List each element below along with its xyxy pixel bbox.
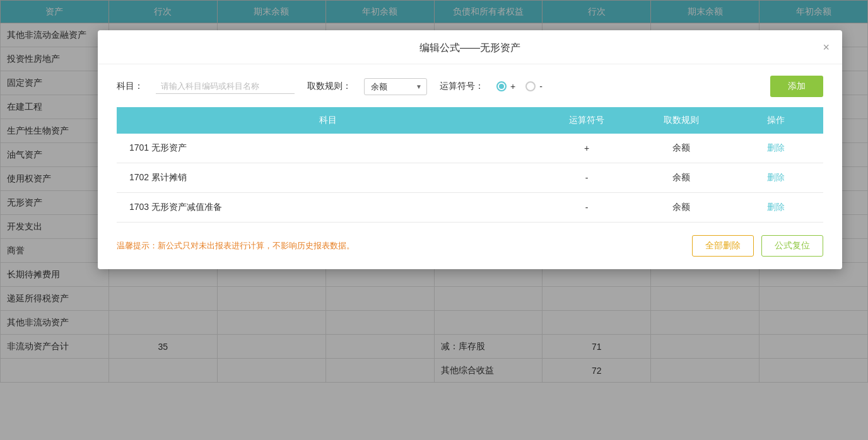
table-row: 1703 无形资产减值准备 - 余额 删除: [117, 193, 823, 223]
row1-rule: 余额: [634, 134, 729, 163]
radio-minus-indicator: [525, 81, 536, 91]
table-row: 1701 无形资产 + 余额 删除: [117, 134, 823, 163]
col-subject: 科目: [117, 107, 539, 134]
row3-operator: -: [539, 193, 634, 223]
operator-minus-radio[interactable]: -: [525, 81, 542, 91]
data-table-container: 科目 运算符号 取数规则 操作 1701 无形资产 + 余额 删除 1702 累…: [98, 107, 842, 223]
subject-label: 科目：: [117, 81, 143, 92]
operator-label: 运算符号：: [440, 81, 484, 92]
col-rule: 取数规则: [634, 107, 729, 134]
delete-button-3[interactable]: 删除: [767, 202, 785, 212]
radio-plus-indicator: [496, 81, 507, 91]
tip-text: 温馨提示：新公式只对未出报表进行计算，不影响历史报表数据。: [117, 240, 355, 252]
footer-buttons: 全部删除 公式复位: [692, 235, 823, 257]
delete-all-button[interactable]: 全部删除: [692, 235, 754, 257]
col-operator: 运算符号: [539, 107, 634, 134]
row1-operator: +: [539, 134, 634, 163]
close-button[interactable]: ×: [823, 42, 830, 53]
modal-header: 编辑公式——无形资产 ×: [98, 30, 842, 64]
table-row: 1702 累计摊销 - 余额 删除: [117, 163, 823, 193]
subject-input[interactable]: [156, 79, 295, 94]
row2-rule: 余额: [634, 163, 729, 193]
rule-label: 取数规则：: [307, 81, 351, 92]
modal-dialog: 编辑公式——无形资产 × 科目： 取数规则： 余额 借方发生额 贷方发生额 ▼ …: [98, 30, 842, 269]
reset-formula-button[interactable]: 公式复位: [761, 235, 823, 257]
col-action: 操作: [729, 107, 823, 134]
row3-action: 删除: [729, 193, 823, 223]
row2-subject: 1702 累计摊销: [117, 163, 539, 193]
delete-button-1[interactable]: 删除: [767, 142, 785, 153]
add-button[interactable]: 添加: [770, 76, 823, 97]
delete-button-2[interactable]: 删除: [767, 172, 785, 182]
operator-plus-label: +: [510, 81, 515, 91]
row1-subject: 1701 无形资产: [117, 134, 539, 163]
row3-subject: 1703 无形资产减值准备: [117, 193, 539, 223]
rule-select-wrap: 余额 借方发生额 贷方发生额 ▼: [364, 78, 427, 95]
formula-table: 科目 运算符号 取数规则 操作 1701 无形资产 + 余额 删除 1702 累…: [117, 107, 823, 223]
row2-operator: -: [539, 163, 634, 193]
operator-minus-label: -: [539, 81, 542, 91]
modal-title: 编辑公式——无形资产: [419, 42, 520, 55]
row3-rule: 余额: [634, 193, 729, 223]
operator-radio-group: + -: [496, 81, 542, 91]
modal-footer: 温馨提示：新公式只对未出报表进行计算，不影响历史报表数据。 全部删除 公式复位: [98, 223, 842, 257]
row1-action: 删除: [729, 134, 823, 163]
operator-plus-radio[interactable]: +: [496, 81, 515, 91]
form-row: 科目： 取数规则： 余额 借方发生额 贷方发生额 ▼ 运算符号： + - 添加: [98, 64, 842, 107]
row2-action: 删除: [729, 163, 823, 193]
rule-select[interactable]: 余额 借方发生额 贷方发生额: [364, 78, 427, 95]
